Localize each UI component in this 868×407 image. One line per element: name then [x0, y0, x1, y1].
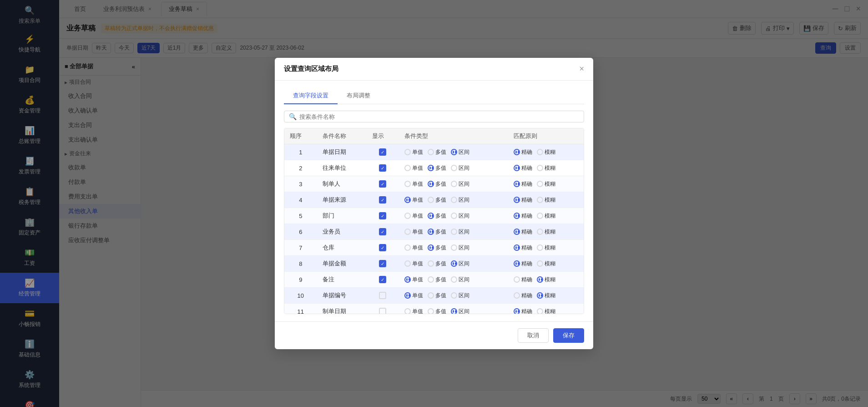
display-checkbox[interactable]: ✓ [379, 148, 386, 156]
radio-exact[interactable]: 精确 [514, 212, 532, 220]
display-checkbox[interactable] [379, 308, 386, 314]
radio-fuzzy[interactable]: 模糊 [537, 276, 555, 284]
radio-single[interactable]: 单值 [404, 292, 423, 300]
display-checkbox[interactable]: ✓ [379, 276, 386, 283]
col-type: 条件类型 [399, 128, 508, 144]
table-row: 4单据来源✓ 单值 多值 区间 精确 模糊 [284, 192, 584, 208]
radio-range[interactable]: 区间 [451, 212, 469, 220]
radio-fuzzy[interactable]: 模糊 [537, 148, 555, 156]
radio-exact[interactable]: 精确 [514, 180, 532, 188]
radio-range[interactable]: 区间 [451, 276, 469, 284]
radio-multi[interactable]: 多值 [428, 148, 446, 156]
radio-single[interactable]: 单值 [404, 228, 423, 236]
radio-exact[interactable]: 精确 [514, 276, 532, 284]
radio-multi[interactable]: 多值 [428, 308, 446, 315]
radio-fuzzy[interactable]: 模糊 [537, 228, 555, 236]
cell-order: 5 [284, 208, 317, 224]
radio-range[interactable]: 区间 [451, 228, 469, 236]
modal-tab-field-settings[interactable]: 查询字段设置 [284, 88, 338, 104]
radio-single[interactable]: 单值 [404, 196, 423, 204]
cancel-button[interactable]: 取消 [518, 328, 549, 343]
modal-search-bar: 🔍 [284, 111, 584, 122]
radio-multi[interactable]: 多值 [428, 276, 446, 284]
radio-multi[interactable]: 多值 [428, 260, 446, 268]
radio-fuzzy[interactable]: 模糊 [537, 244, 555, 252]
cell-match: 精确 模糊 [508, 256, 584, 272]
modal-search-icon: 🔍 [289, 113, 297, 120]
radio-single[interactable]: 单值 [404, 276, 423, 284]
radio-multi[interactable]: 多值 [428, 228, 446, 236]
modal-body: 查询字段设置 布局调整 🔍 顺序 条件名称 显示 条件类型 [275, 81, 593, 321]
display-checkbox[interactable]: ✓ [379, 260, 386, 267]
radio-fuzzy[interactable]: 模糊 [537, 292, 555, 300]
table-row: 8单据金额✓ 单值 多值 区间 精确 模糊 [284, 256, 584, 272]
radio-exact[interactable]: 精确 [514, 164, 532, 172]
radio-fuzzy[interactable]: 模糊 [537, 308, 555, 315]
radio-exact[interactable]: 精确 [514, 148, 532, 156]
radio-single[interactable]: 单值 [404, 212, 423, 220]
display-checkbox[interactable]: ✓ [379, 180, 386, 188]
radio-range[interactable]: 区间 [451, 164, 469, 172]
radio-range[interactable]: 区间 [451, 244, 469, 252]
radio-fuzzy[interactable]: 模糊 [537, 180, 555, 188]
cell-display: ✓ [367, 208, 399, 224]
radio-single[interactable]: 单值 [404, 260, 423, 268]
cell-display: ✓ [367, 256, 399, 272]
radio-single[interactable]: 单值 [404, 180, 423, 188]
table-row: 9备注✓ 单值 多值 区间 精确 模糊 [284, 272, 584, 288]
radio-range[interactable]: 区间 [451, 148, 469, 156]
radio-fuzzy[interactable]: 模糊 [537, 196, 555, 204]
cell-name: 仓库 [317, 240, 367, 256]
radio-multi[interactable]: 多值 [428, 292, 446, 300]
modal-close-button[interactable]: × [579, 64, 584, 74]
cell-match: 精确 模糊 [508, 304, 584, 315]
radio-fuzzy[interactable]: 模糊 [537, 260, 555, 268]
display-checkbox[interactable]: ✓ [379, 228, 386, 235]
radio-single[interactable]: 单值 [404, 308, 423, 315]
radio-single[interactable]: 单值 [404, 244, 423, 252]
cell-match: 精确 模糊 [508, 288, 584, 304]
cell-display: ✓ [367, 272, 399, 288]
table-row: 3制单人✓ 单值 多值 区间 精确 模糊 [284, 176, 584, 192]
radio-multi[interactable]: 多值 [428, 244, 446, 252]
radio-range[interactable]: 区间 [451, 180, 469, 188]
display-checkbox[interactable]: ✓ [379, 212, 386, 219]
radio-exact[interactable]: 精确 [514, 260, 532, 268]
radio-exact[interactable]: 精确 [514, 292, 532, 300]
radio-exact[interactable]: 精确 [514, 196, 532, 204]
radio-range[interactable]: 区间 [451, 260, 469, 268]
cell-match: 精确 模糊 [508, 176, 584, 192]
modal-save-button[interactable]: 保存 [553, 328, 584, 343]
radio-range[interactable]: 区间 [451, 292, 469, 300]
modal-title: 设置查询区域布局 [284, 65, 338, 73]
radio-exact[interactable]: 精确 [514, 228, 532, 236]
radio-multi[interactable]: 多值 [428, 212, 446, 220]
radio-exact[interactable]: 精确 [514, 308, 532, 315]
radio-range[interactable]: 区间 [451, 196, 469, 204]
radio-multi[interactable]: 多值 [428, 164, 446, 172]
cell-type: 单值 多值 区间 [399, 224, 508, 240]
display-checkbox[interactable]: ✓ [379, 244, 386, 251]
modal-tab-layout-adjust[interactable]: 布局调整 [338, 88, 379, 104]
radio-single[interactable]: 单值 [404, 164, 423, 172]
cell-order: 7 [284, 240, 317, 256]
cell-order: 10 [284, 288, 317, 304]
radio-multi[interactable]: 多值 [428, 180, 446, 188]
radio-fuzzy[interactable]: 模糊 [537, 212, 555, 220]
cell-type: 单值 多值 区间 [399, 288, 508, 304]
display-checkbox[interactable]: ✓ [379, 164, 386, 172]
radio-single[interactable]: 单值 [404, 148, 423, 156]
modal-search-input[interactable] [299, 113, 579, 120]
cell-match: 精确 模糊 [508, 144, 584, 160]
radio-range[interactable]: 区间 [451, 308, 469, 315]
radio-exact[interactable]: 精确 [514, 244, 532, 252]
modal-table-wrap: 顺序 条件名称 显示 条件类型 匹配原则 1单据日期✓ 单值 多值 [284, 128, 584, 314]
cell-name: 单据日期 [317, 144, 367, 160]
display-checkbox[interactable]: ✓ [379, 196, 386, 204]
cell-name: 单据金额 [317, 256, 367, 272]
cell-display: ✓ [367, 160, 399, 176]
radio-fuzzy[interactable]: 模糊 [537, 164, 555, 172]
cell-type: 单值 多值 区间 [399, 304, 508, 315]
display-checkbox[interactable] [379, 292, 386, 299]
radio-multi[interactable]: 多值 [428, 196, 446, 204]
